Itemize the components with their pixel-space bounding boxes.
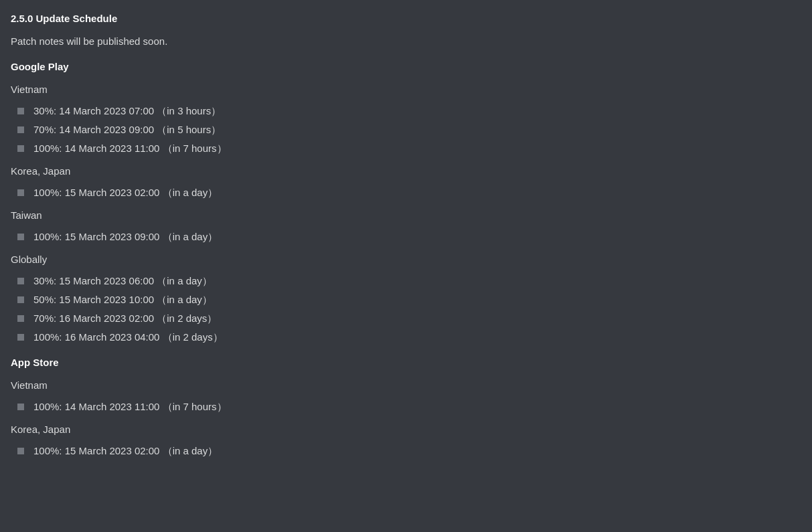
platform-0: Google PlayVietnam30%: 14 March 2023 07:… bbox=[11, 59, 801, 345]
platform-title-1: App Store bbox=[11, 355, 801, 371]
list-item: 30%: 15 March 2023 06:00 （in a day） bbox=[17, 273, 801, 289]
list-item: 100%: 15 March 2023 02:00 （in a day） bbox=[17, 443, 801, 459]
bullet-icon bbox=[17, 278, 24, 284]
schedule-text: 100%: 14 March 2023 11:00 （in 7 hours） bbox=[33, 399, 227, 415]
schedule-list-0-1: 100%: 15 March 2023 02:00 （in a day） bbox=[11, 185, 801, 201]
bullet-icon bbox=[17, 296, 24, 303]
platform-1: App StoreVietnam100%: 14 March 2023 11:0… bbox=[11, 355, 801, 459]
list-item: 30%: 14 March 2023 07:00 （in 3 hours） bbox=[17, 103, 801, 119]
schedule-list-0-0: 30%: 14 March 2023 07:00 （in 3 hours）70%… bbox=[11, 103, 801, 157]
list-item: 50%: 15 March 2023 10:00 （in a day） bbox=[17, 292, 801, 308]
list-item: 100%: 15 March 2023 09:00 （in a day） bbox=[17, 229, 801, 245]
list-item: 100%: 14 March 2023 11:00 （in 7 hours） bbox=[17, 141, 801, 157]
schedule-list-1-0: 100%: 14 March 2023 11:00 （in 7 hours） bbox=[11, 399, 801, 415]
list-item: 70%: 16 March 2023 02:00 （in 2 days） bbox=[17, 311, 801, 327]
region-0-2: Taiwan100%: 15 March 2023 09:00 （in a da… bbox=[11, 207, 801, 245]
schedule-list-1-1: 100%: 15 March 2023 02:00 （in a day） bbox=[11, 443, 801, 459]
bullet-icon bbox=[17, 108, 24, 114]
region-title-0-2: Taiwan bbox=[11, 207, 801, 224]
region-0-0: Vietnam30%: 14 March 2023 07:00 （in 3 ho… bbox=[11, 82, 801, 157]
schedule-text: 50%: 15 March 2023 10:00 （in a day） bbox=[33, 292, 212, 308]
region-title-1-1: Korea, Japan bbox=[11, 422, 801, 438]
patch-note: Patch notes will be published soon. bbox=[11, 33, 801, 50]
list-item: 100%: 15 March 2023 02:00 （in a day） bbox=[17, 185, 801, 201]
region-title-1-0: Vietnam bbox=[11, 377, 801, 393]
page-container: 2.5.0 Update Schedule Patch notes will b… bbox=[11, 11, 801, 459]
region-1-1: Korea, Japan100%: 15 March 2023 02:00 （i… bbox=[11, 422, 801, 459]
schedule-text: 100%: 15 March 2023 02:00 （in a day） bbox=[33, 443, 218, 459]
schedule-list-0-2: 100%: 15 March 2023 09:00 （in a day） bbox=[11, 229, 801, 245]
region-0-1: Korea, Japan100%: 15 March 2023 02:00 （i… bbox=[11, 163, 801, 201]
schedule-text: 100%: 14 March 2023 11:00 （in 7 hours） bbox=[33, 141, 227, 157]
platform-title-0: Google Play bbox=[11, 59, 801, 75]
page-title: 2.5.0 Update Schedule bbox=[11, 11, 801, 27]
region-title-0-1: Korea, Japan bbox=[11, 163, 801, 179]
region-0-3: Globally30%: 15 March 2023 06:00 （in a d… bbox=[11, 252, 801, 345]
bullet-icon bbox=[17, 234, 24, 240]
platforms-container: Google PlayVietnam30%: 14 March 2023 07:… bbox=[11, 59, 801, 459]
list-item: 70%: 14 March 2023 09:00 （in 5 hours） bbox=[17, 122, 801, 138]
schedule-text: 100%: 16 March 2023 04:00 （in 2 days） bbox=[33, 329, 223, 345]
schedule-list-0-3: 30%: 15 March 2023 06:00 （in a day）50%: … bbox=[11, 273, 801, 345]
list-item: 100%: 16 March 2023 04:00 （in 2 days） bbox=[17, 329, 801, 345]
bullet-icon bbox=[17, 448, 24, 454]
schedule-text: 100%: 15 March 2023 09:00 （in a day） bbox=[33, 229, 218, 245]
bullet-icon bbox=[17, 315, 24, 322]
schedule-text: 70%: 14 March 2023 09:00 （in 5 hours） bbox=[33, 122, 221, 138]
region-title-0-0: Vietnam bbox=[11, 82, 801, 98]
schedule-text: 30%: 15 March 2023 06:00 （in a day） bbox=[33, 273, 212, 289]
schedule-text: 30%: 14 March 2023 07:00 （in 3 hours） bbox=[33, 103, 221, 119]
bullet-icon bbox=[17, 334, 24, 341]
region-1-0: Vietnam100%: 14 March 2023 11:00 （in 7 h… bbox=[11, 377, 801, 415]
bullet-icon bbox=[17, 404, 24, 410]
bullet-icon bbox=[17, 145, 24, 152]
schedule-text: 100%: 15 March 2023 02:00 （in a day） bbox=[33, 185, 218, 201]
bullet-icon bbox=[17, 126, 24, 133]
schedule-text: 70%: 16 March 2023 02:00 （in 2 days） bbox=[33, 311, 217, 327]
bullet-icon bbox=[17, 189, 24, 196]
list-item: 100%: 14 March 2023 11:00 （in 7 hours） bbox=[17, 399, 801, 415]
region-title-0-3: Globally bbox=[11, 252, 801, 268]
